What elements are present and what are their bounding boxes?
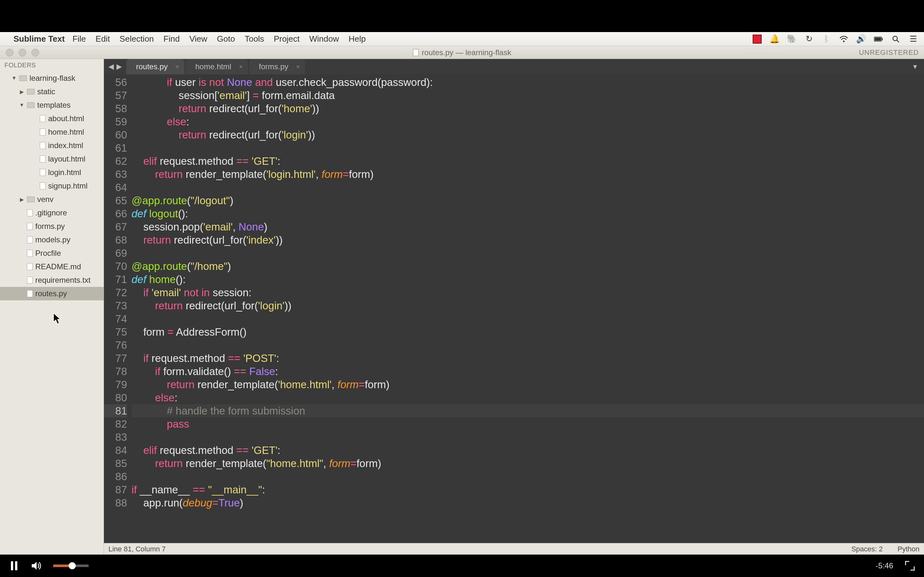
code-line[interactable]: if form.validate() == False: <box>132 365 924 378</box>
code-line[interactable]: if user is not None and user.check_passw… <box>132 76 924 89</box>
line-number[interactable]: 78 <box>104 365 127 378</box>
file-signup.html[interactable]: signup.html <box>0 179 103 193</box>
code-content[interactable]: if user is not None and user.check_passw… <box>132 74 924 543</box>
folder-tree[interactable]: ▼learning-flask▶static▼templatesabout.ht… <box>0 71 103 554</box>
volume-button[interactable] <box>31 560 42 572</box>
file-README.md[interactable]: README.md <box>0 260 103 274</box>
record-icon[interactable] <box>753 35 762 44</box>
menu-selection[interactable]: Selection <box>120 34 154 44</box>
code-line[interactable] <box>132 470 924 483</box>
code-line[interactable]: else: <box>132 391 924 404</box>
code-line[interactable]: if 'email' not in session: <box>132 286 924 299</box>
line-number[interactable]: 69 <box>104 247 127 259</box>
line-number[interactable]: 83 <box>104 430 127 444</box>
code-line[interactable]: if request.method == 'POST': <box>132 351 924 365</box>
line-number[interactable]: 82 <box>104 417 127 430</box>
bluetooth-icon[interactable]: ᛒ <box>822 35 831 44</box>
code-line[interactable]: pass <box>132 417 924 430</box>
disclosure-icon[interactable]: ▶ <box>19 89 24 95</box>
code-line[interactable]: def logout(): <box>132 207 924 220</box>
line-number[interactable]: 58 <box>104 102 127 115</box>
menu-project[interactable]: Project <box>274 34 300 44</box>
file-models.py[interactable]: models.py <box>0 233 103 247</box>
menu-file[interactable]: File <box>73 34 86 44</box>
menu-window[interactable]: Window <box>309 34 339 44</box>
line-number[interactable]: 61 <box>104 141 127 155</box>
file-login.html[interactable]: login.html <box>0 166 103 179</box>
nav-back-icon[interactable]: ◀ <box>108 63 114 71</box>
file-.gitignore[interactable]: .gitignore <box>0 206 103 219</box>
fullscreen-button[interactable] <box>904 560 916 572</box>
menu-find[interactable]: Find <box>164 34 180 44</box>
line-gutter[interactable]: 5657585960616263646566676869707172737475… <box>104 74 132 543</box>
line-number[interactable]: 87 <box>104 483 127 496</box>
tab-close-icon[interactable]: × <box>296 63 300 71</box>
menu-tools[interactable]: Tools <box>244 34 264 44</box>
code-line[interactable] <box>132 338 924 351</box>
file-index.html[interactable]: index.html <box>0 139 103 152</box>
line-number[interactable]: 65 <box>104 194 127 207</box>
line-number[interactable]: 57 <box>104 89 127 102</box>
line-number[interactable]: 62 <box>104 155 127 168</box>
code-line[interactable]: elif request.method == 'GET': <box>132 444 924 457</box>
code-line[interactable]: def home(): <box>132 273 924 286</box>
line-number[interactable]: 56 <box>104 76 127 89</box>
cursor-position[interactable]: Line 81, Column 7 <box>108 545 166 553</box>
code-line[interactable]: if __name__ == "__main__": <box>132 483 924 496</box>
code-line[interactable]: return redirect(url_for('login')) <box>132 299 924 312</box>
line-number[interactable]: 88 <box>104 496 127 509</box>
code-line[interactable]: return render_template("home.html", form… <box>132 457 924 470</box>
disclosure-icon[interactable]: ▶ <box>19 197 24 203</box>
pause-button[interactable] <box>8 560 20 572</box>
folder-learning-flask[interactable]: ▼learning-flask <box>0 71 103 85</box>
line-number[interactable]: 66 <box>104 207 127 220</box>
code-line[interactable]: @app.route("/home") <box>132 259 924 273</box>
line-number[interactable]: 60 <box>104 128 127 141</box>
menu-goto[interactable]: Goto <box>217 34 235 44</box>
file-forms.py[interactable]: forms.py <box>0 219 103 233</box>
spotlight-icon[interactable] <box>891 35 900 44</box>
tab-routes-py[interactable]: routes.py× <box>126 59 184 74</box>
line-number[interactable]: 63 <box>104 168 127 181</box>
line-number[interactable]: 84 <box>104 444 127 457</box>
window-titlebar[interactable]: routes.py — learning-flask UNREGISTERED <box>0 46 924 59</box>
code-line[interactable]: return redirect(url_for('login')) <box>132 128 924 141</box>
code-line[interactable] <box>132 430 924 444</box>
line-number[interactable]: 71 <box>104 273 127 286</box>
file-routes.py[interactable]: routes.py <box>0 287 103 300</box>
folder-venv[interactable]: ▶venv <box>0 193 103 206</box>
tab-close-icon[interactable]: × <box>239 63 243 71</box>
code-line[interactable]: session['email'] = form.email.data <box>132 89 924 102</box>
code-line[interactable]: app.run(debug=True) <box>132 496 924 509</box>
code-line[interactable]: else: <box>132 115 924 128</box>
file-about.html[interactable]: about.html <box>0 112 103 125</box>
code-line[interactable] <box>132 181 924 194</box>
line-number[interactable]: 76 <box>104 338 127 351</box>
tab-home-html[interactable]: home.html× <box>186 59 248 74</box>
line-number[interactable]: 77 <box>104 351 127 365</box>
file-requirements.txt[interactable]: requirements.txt <box>0 274 103 287</box>
progress-knob[interactable] <box>69 562 76 569</box>
nav-forward-icon[interactable]: ▶ <box>116 63 122 71</box>
file-home.html[interactable]: home.html <box>0 125 103 139</box>
menu-edit[interactable]: Edit <box>95 34 110 44</box>
menu-view[interactable]: View <box>189 34 207 44</box>
code-line[interactable] <box>132 312 924 326</box>
line-number[interactable]: 72 <box>104 286 127 299</box>
line-number[interactable]: 86 <box>104 470 127 483</box>
code-line[interactable]: form = AddressForm() <box>132 326 924 338</box>
disclosure-icon[interactable]: ▼ <box>11 75 17 81</box>
code-view[interactable]: 5657585960616263646566676869707172737475… <box>104 74 924 543</box>
code-line[interactable]: return redirect(url_for('home')) <box>132 102 924 115</box>
progress-bar[interactable] <box>53 564 89 567</box>
code-line[interactable]: return render_template('home.html', form… <box>132 378 924 391</box>
line-number[interactable]: 75 <box>104 326 127 338</box>
timemachine-icon[interactable]: ↻ <box>804 35 814 44</box>
notifications-icon[interactable]: 🔔 <box>770 35 779 44</box>
disclosure-icon[interactable]: ▼ <box>19 102 24 108</box>
code-line[interactable]: elif request.method == 'GET': <box>132 155 924 168</box>
file-Procfile[interactable]: Procfile <box>0 247 103 260</box>
line-number[interactable]: 79 <box>104 378 127 391</box>
code-line[interactable]: return redirect(url_for('index')) <box>132 234 924 247</box>
folder-templates[interactable]: ▼templates <box>0 98 103 112</box>
